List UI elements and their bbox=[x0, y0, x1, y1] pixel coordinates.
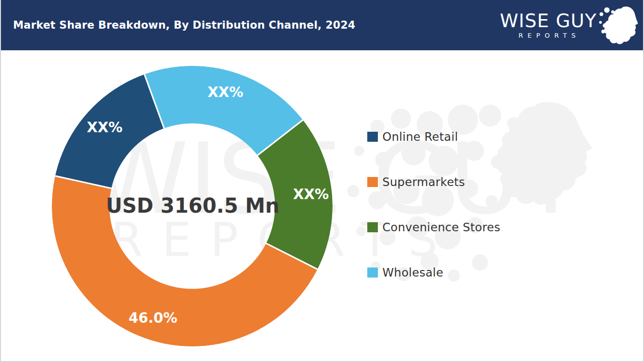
legend-item-supermarkets: Supermarkets bbox=[367, 174, 500, 190]
legend-label: Convenience Stores bbox=[382, 221, 500, 234]
wiseguy-logo: WISE GUY REPORTS bbox=[500, 0, 638, 50]
wiseguy-logo-text: WISE GUY REPORTS bbox=[500, 12, 597, 39]
wiseguy-face-icon bbox=[598, 3, 638, 47]
legend-label: Wholesale bbox=[382, 266, 443, 279]
chart-legend: Online Retail Supermarkets Convenience S… bbox=[367, 129, 500, 280]
legend-item-convenience-stores: Convenience Stores bbox=[367, 220, 500, 235]
slice-label-online-retail: XX% bbox=[87, 119, 122, 136]
legend-swatch-convenience-stores bbox=[367, 222, 378, 232]
legend-swatch-wholesale bbox=[367, 267, 378, 278]
donut-center-value: USD 3160.5 Mn bbox=[106, 194, 280, 217]
logo-wise-guy-text: WISE GUY bbox=[500, 12, 597, 30]
legend-item-wholesale: Wholesale bbox=[367, 265, 500, 280]
legend-item-online-retail: Online Retail bbox=[367, 129, 500, 144]
slice-label-supermarkets: 46.0% bbox=[128, 310, 177, 326]
legend-swatch-online-retail bbox=[367, 132, 378, 142]
chart-page: WISE GUY REPORTS XX% 46.0% XX% XX% USD 3… bbox=[0, 0, 644, 362]
slice-label-convenience-stores: XX% bbox=[293, 186, 329, 203]
logo-reports-text: REPORTS bbox=[502, 32, 597, 39]
legend-swatch-supermarkets bbox=[367, 177, 378, 187]
legend-label: Supermarkets bbox=[382, 175, 465, 189]
slice-label-wholesale: XX% bbox=[207, 84, 243, 101]
page-title: Market Share Breakdown, By Distribution … bbox=[13, 0, 355, 50]
header-bar: Market Share Breakdown, By Distribution … bbox=[0, 0, 644, 50]
legend-label: Online Retail bbox=[382, 130, 458, 143]
